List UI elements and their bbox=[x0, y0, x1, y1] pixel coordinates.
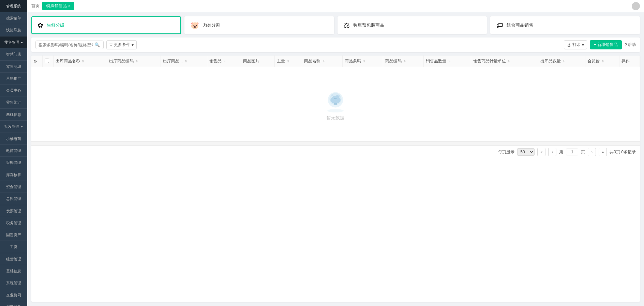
th-goods-name[interactable]: 商品名称 ⇅ bbox=[302, 56, 343, 67]
meat-split-label: 肉类分割 bbox=[203, 22, 220, 28]
tab-card-combo-sales[interactable]: 🏷 组合商品销售 bbox=[490, 16, 640, 34]
help-icon: ? bbox=[625, 43, 627, 47]
search-box[interactable]: 🔍 bbox=[35, 41, 104, 49]
per-page-select[interactable]: 10 20 50 100 bbox=[517, 148, 535, 156]
sort-icon-sales-unit: ⇅ bbox=[508, 60, 510, 63]
filter-icon: ▽ bbox=[109, 43, 113, 47]
th-barcode[interactable]: 商品条码 ⇅ bbox=[343, 56, 383, 67]
th-settings[interactable]: ⚙ bbox=[31, 56, 42, 67]
sidebar-item-fixed-assets[interactable]: 固定资产 bbox=[0, 229, 27, 241]
sidebar-item-wages[interactable]: 工资 bbox=[0, 241, 27, 253]
sidebar-item-basic-info[interactable]: 基础信息 bbox=[0, 109, 27, 121]
sidebar-item-general-ledger[interactable]: 总账管理 bbox=[0, 193, 27, 205]
next-page-button[interactable]: › bbox=[588, 148, 596, 156]
tab-card-fresh-grade[interactable]: ✿ 生鲜分级 bbox=[31, 16, 181, 34]
fresh-grade-label: 生鲜分级 bbox=[47, 22, 64, 28]
sort-icon-goods-name: ⇅ bbox=[323, 60, 325, 63]
sidebar-item-ecomm-mgmt[interactable]: 电商管理 bbox=[0, 145, 27, 157]
tab-card-meat-split[interactable]: 🐷 肉类分割 bbox=[184, 16, 334, 34]
content-area: ✿ 生鲜分级 🐷 肉类分割 ⚖ 称重预包装商品 🏷 组合商品销售 🔍 bbox=[27, 12, 644, 306]
tab-card-weight-pack[interactable]: ⚖ 称重预包装商品 bbox=[338, 16, 487, 34]
main-area: 首页 特殊销售品 × ✿ 生鲜分级 🐷 肉类分割 ⚖ 称重预包装商品 bbox=[27, 0, 644, 306]
th-weight[interactable]: 主量 ⇅ bbox=[275, 56, 302, 67]
sidebar-item-sys-mgmt[interactable]: 系统管理 bbox=[0, 277, 27, 289]
toolbar: 🔍 ▽ 更多条件 ▾ 🖨 打印 ▾ + 新增销售品 ? 帮助 bbox=[31, 37, 640, 52]
svg-rect-3 bbox=[334, 103, 337, 105]
th-sales-unit[interactable]: 销售商品计量单位 ⇅ bbox=[471, 56, 538, 67]
filter-arrow-icon: ▾ bbox=[132, 43, 134, 47]
page-input[interactable] bbox=[566, 149, 578, 155]
sidebar-item-invoice-mgmt[interactable]: 发票管理 bbox=[0, 205, 27, 217]
page-of-label: 页 bbox=[581, 149, 585, 155]
sidebar-item-retail-mall[interactable]: 零售商城 bbox=[0, 61, 27, 73]
add-sales-button[interactable]: + 新增销售品 bbox=[590, 40, 622, 49]
select-all-checkbox[interactable] bbox=[45, 59, 49, 63]
empty-text: 暂无数据 bbox=[327, 115, 344, 121]
sidebar-item-finance[interactable]: 资金管理 bbox=[0, 181, 27, 193]
th-out-goods-name[interactable]: 出库商品名称 ⇅ bbox=[53, 56, 107, 67]
per-page-label: 每页显示 bbox=[498, 149, 514, 155]
prev-page-button[interactable]: ‹ bbox=[548, 148, 556, 156]
sidebar-item-mini-ecomm[interactable]: 小畅电商 bbox=[0, 133, 27, 145]
sidebar-item-wholesale-mgmt[interactable]: 批发管理 bbox=[0, 121, 27, 133]
sidebar-item-purchase-mgmt[interactable]: 采购管理 bbox=[0, 157, 27, 169]
sidebar-item-corp-agreement[interactable]: 企业协同 bbox=[0, 289, 27, 301]
sidebar-item-tax-mgmt[interactable]: 税务管理 bbox=[0, 217, 27, 229]
svg-point-0 bbox=[327, 109, 344, 112]
table-body: 暂无数据 bbox=[31, 67, 640, 142]
weight-pack-label: 称重预包装商品 bbox=[353, 22, 384, 28]
toolbar-right: 🖨 打印 ▾ + 新增销售品 ? 帮助 bbox=[564, 40, 636, 49]
user-avatar bbox=[632, 2, 640, 10]
first-page-button[interactable]: « bbox=[537, 148, 545, 156]
topbar-right bbox=[632, 2, 640, 10]
th-out-goods-abbr[interactable]: 出库商品... ⇅ bbox=[161, 56, 207, 67]
table-container: ⚙ 出库商品名称 ⇅ 出库商品编码 ⇅ bbox=[31, 56, 640, 302]
sort-icon-out-qty: ⇅ bbox=[563, 60, 565, 63]
sidebar-item-member-center[interactable]: 会员中心 bbox=[0, 85, 27, 96]
page-label: 第 bbox=[559, 149, 563, 155]
sidebar-item-quick-nav[interactable]: 快捷导航 bbox=[0, 24, 27, 36]
sort-icon-out-goods-code: ⇅ bbox=[136, 60, 138, 63]
search-icon[interactable]: 🔍 bbox=[94, 42, 100, 47]
topbar-active-tab[interactable]: 特殊销售品 × bbox=[42, 2, 74, 10]
th-out-goods-code[interactable]: 出库商品编码 ⇅ bbox=[107, 56, 161, 67]
sidebar-item-smart-store[interactable]: 智慧门店 bbox=[0, 48, 27, 60]
meat-split-icon: 🐷 bbox=[191, 21, 199, 29]
sidebar-item-basic-info2[interactable]: 基础信息 bbox=[0, 265, 27, 277]
close-tab-icon[interactable]: × bbox=[68, 4, 70, 8]
sidebar-item-search-menu[interactable]: 搜索菜单 bbox=[0, 12, 27, 24]
horizontal-scrollbar[interactable] bbox=[31, 141, 640, 146]
filter-button[interactable]: ▽ 更多条件 ▾ bbox=[106, 40, 137, 49]
th-out-qty[interactable]: 出库品数量 ⇅ bbox=[538, 56, 585, 67]
th-member-price[interactable]: 会员价 ⇅ bbox=[585, 56, 619, 67]
th-action: 操作 bbox=[619, 56, 640, 67]
sidebar-item-retail-mgmt[interactable]: 零售管理 bbox=[0, 36, 27, 49]
combo-sales-icon: 🏷 bbox=[496, 21, 503, 29]
sort-icon-barcode: ⇅ bbox=[363, 60, 365, 63]
help-button[interactable]: ? 帮助 bbox=[625, 42, 636, 48]
sidebar-item-operations[interactable]: 经营管理 bbox=[0, 253, 27, 265]
th-sales-qty[interactable]: 销售品数量 ⇅ bbox=[424, 56, 471, 67]
sidebar-item-retail-stats[interactable]: 零售统计 bbox=[0, 96, 27, 108]
last-page-button[interactable]: » bbox=[599, 148, 607, 156]
th-goods-image: 商品图片 bbox=[241, 56, 275, 67]
th-sales-goods[interactable]: 销售品 ⇅ bbox=[207, 56, 241, 67]
search-input[interactable] bbox=[39, 43, 93, 47]
svg-point-5 bbox=[331, 94, 333, 96]
svg-point-4 bbox=[338, 95, 340, 97]
topbar-home[interactable]: 首页 bbox=[31, 3, 40, 9]
tab-cards-row: ✿ 生鲜分级 🐷 肉类分割 ⚖ 称重预包装商品 🏷 组合商品销售 bbox=[31, 16, 640, 34]
sort-icon-goods-code: ⇅ bbox=[404, 60, 406, 63]
empty-state-row: 暂无数据 bbox=[31, 67, 640, 142]
print-icon: 🖨 bbox=[567, 43, 571, 47]
sidebar-item-inventory[interactable]: 库存核算 bbox=[0, 169, 27, 181]
th-goods-code[interactable]: 商品编码 ⇅ bbox=[383, 56, 424, 67]
pagination-bar: 每页显示 10 20 50 100 « ‹ 第 页 › » 共0页 0条记录 bbox=[31, 146, 640, 158]
sidebar-item-sales-promo[interactable]: 营销推广 bbox=[0, 73, 27, 85]
print-arrow-icon: ▾ bbox=[582, 43, 584, 47]
sidebar-item-new-guide[interactable]: 新手引导 bbox=[0, 301, 27, 306]
print-button[interactable]: 🖨 打印 ▾ bbox=[564, 40, 587, 49]
th-checkbox[interactable] bbox=[42, 56, 53, 67]
data-table: ⚙ 出库商品名称 ⇅ 出库商品编码 ⇅ bbox=[31, 56, 640, 141]
combo-sales-label: 组合商品销售 bbox=[507, 22, 533, 28]
